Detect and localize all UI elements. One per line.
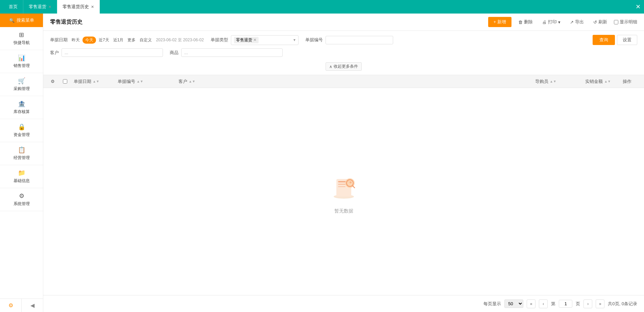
th-billno-label: 单据编号 <box>118 79 135 85</box>
goods-placeholder: ... <box>184 50 188 55</box>
sidebar-item-basic-info[interactable]: 📁 基础信息 <box>0 165 43 188</box>
settings-button[interactable]: 设置 <box>617 35 637 45</box>
bill-type-filter: 单据类型 零售退货 ✕ ▾ <box>211 35 299 45</box>
first-page-button[interactable]: « <box>527 299 535 308</box>
export-button[interactable]: ↗ 导出 <box>567 18 587 26</box>
goods-filter: 商品 ... <box>170 48 283 57</box>
toolbar: + 新增 🗑 删除 🖨 打印 ▾ ↗ 导出 ↺ 刷新 <box>488 17 637 27</box>
next-page-button[interactable]: › <box>583 299 592 308</box>
goods-input[interactable]: ... <box>181 48 283 57</box>
th-customer[interactable]: 客户 ▲▼ <box>176 79 532 85</box>
print-icon: 🖨 <box>542 20 547 25</box>
sidebar-search-btn[interactable]: 🔍 搜索菜单 <box>0 14 43 27</box>
query-button[interactable]: 查询 <box>593 35 615 45</box>
finance-icon: 🔒 <box>18 123 25 131</box>
sidebar: 🔍 搜索菜单 ⊞ 快捷导航 📊 销售管理 🛒 采购管理 🏦 库存核算 🔒 资金管… <box>0 14 43 312</box>
tab-home[interactable]: 首页 <box>3 0 23 14</box>
sidebar-search-label: 搜索菜单 <box>17 17 34 23</box>
th-customer-sort-icon: ▲▼ <box>189 80 195 83</box>
date-shortcut-1month[interactable]: 近1月 <box>112 37 125 44</box>
delete-button[interactable]: 🗑 删除 <box>516 18 535 26</box>
action-buttons: 查询 设置 <box>593 35 637 45</box>
bill-no-input[interactable] <box>326 36 393 44</box>
sidebar-item-quick-nav[interactable]: ⊞ 快捷导航 <box>0 27 43 50</box>
date-shortcut-custom[interactable]: 自定义 <box>138 37 153 44</box>
tab-retail-return[interactable]: 零售退货 ✕ <box>23 0 57 14</box>
th-settings[interactable]: ⚙ <box>47 79 59 84</box>
date-shortcut-today[interactable]: 今天 <box>82 37 96 44</box>
tab-retail-return-close[interactable]: ✕ <box>48 5 51 9</box>
customer-placeholder: ... <box>65 50 68 55</box>
delete-icon: 🗑 <box>518 20 523 25</box>
date-shortcut-more[interactable]: 更多 <box>126 37 137 44</box>
collapse-row: ∧ 收起更多条件 <box>50 60 637 71</box>
window-close-button[interactable]: ✕ <box>636 3 641 10</box>
check-all-input[interactable] <box>63 79 67 84</box>
prev-page-button[interactable]: ‹ <box>539 299 548 308</box>
show-detail-checkbox[interactable]: 显示明细 <box>614 19 637 25</box>
purchase-icon: 🛒 <box>18 77 25 85</box>
date-range-display: 2023-06-02 至 2023-06-02 <box>156 37 204 43</box>
page-unit: 页 <box>576 301 580 307</box>
date-shortcut-yesterday[interactable]: 昨天 <box>70 37 81 44</box>
sidebar-item-system-mgmt[interactable]: ⚙ 系统管理 <box>0 188 43 211</box>
quick-nav-icon: ⊞ <box>19 31 24 39</box>
operations-icon: 📋 <box>18 146 25 154</box>
sidebar-item-basic-info-label: 基础信息 <box>14 178 30 184</box>
bill-type-select[interactable]: 零售退货 ✕ ▾ <box>231 35 299 45</box>
filter-row-1: 单据日期 昨天 今天 近7天 近1月 更多 自定义 2023-06-02 至 2… <box>50 35 637 45</box>
show-detail-input[interactable] <box>614 20 618 24</box>
sidebar-settings-btn[interactable]: ⚙ <box>0 299 22 312</box>
th-amount[interactable]: 实销金额 ▲▼ <box>573 79 614 85</box>
tab-retail-return-label: 零售退货 <box>29 4 46 10</box>
sidebar-item-operations[interactable]: 📋 经营管理 <box>0 142 43 165</box>
th-date[interactable]: 单据日期 ▲▼ <box>71 79 115 85</box>
sidebar-item-purchase-mgmt[interactable]: 🛒 采购管理 <box>0 73 43 96</box>
goods-label: 商品 <box>170 50 178 56</box>
svg-point-8 <box>350 181 352 183</box>
bill-type-label: 单据类型 <box>211 37 228 43</box>
sidebar-bottom: ⚙ ◀ <box>0 298 43 312</box>
th-customer-label: 客户 <box>178 79 187 85</box>
bill-type-remove-icon[interactable]: ✕ <box>253 38 257 42</box>
system-mgmt-icon: ⚙ <box>19 192 24 200</box>
page-input[interactable] <box>559 300 572 308</box>
th-guide-sort-icon: ▲▼ <box>550 80 556 83</box>
th-amount-sort-icon: ▲▼ <box>604 80 611 83</box>
sidebar-audio-btn[interactable]: ◀ <box>22 299 43 312</box>
th-check[interactable] <box>59 79 71 84</box>
th-billno[interactable]: 单据编号 ▲▼ <box>115 79 176 85</box>
date-shortcut-7days[interactable]: 近7天 <box>97 37 111 44</box>
show-detail-label: 显示明细 <box>620 19 637 25</box>
export-icon: ↗ <box>570 20 574 25</box>
collapse-button[interactable]: ∧ 收起更多条件 <box>326 62 362 71</box>
th-guide[interactable]: 导购员 ▲▼ <box>532 79 573 85</box>
date-shortcuts: 昨天 今天 近7天 近1月 更多 自定义 <box>70 37 153 44</box>
sidebar-item-inventory-label: 库存核算 <box>14 109 30 115</box>
filter-area: 单据日期 昨天 今天 近7天 近1月 更多 自定义 2023-06-02 至 2… <box>43 31 644 75</box>
date-filter: 单据日期 昨天 今天 近7天 近1月 更多 自定义 2023-06-02 至 2… <box>50 37 204 44</box>
sidebar-item-inventory[interactable]: 🏦 库存核算 <box>0 96 43 119</box>
th-guide-label: 导购员 <box>535 79 548 85</box>
sidebar-item-finance[interactable]: 🔒 资金管理 <box>0 119 43 142</box>
last-page-button[interactable]: » <box>596 299 604 308</box>
empty-state: 暂无数据 <box>43 88 644 295</box>
per-page-label: 每页显示 <box>483 301 501 307</box>
customer-input[interactable]: ... <box>62 48 163 57</box>
sidebar-item-sales-mgmt[interactable]: 📊 销售管理 <box>0 50 43 73</box>
bill-type-tag: 零售退货 ✕ <box>234 37 259 43</box>
refresh-label: 刷新 <box>598 19 607 25</box>
tab-retail-return-history[interactable]: 零售退货历史 ✕ <box>57 0 100 14</box>
tab-retail-return-history-close[interactable]: ✕ <box>91 5 94 9</box>
bill-type-value: 零售退货 <box>236 37 252 43</box>
page-title: 零售退货历史 <box>50 19 488 26</box>
print-button[interactable]: 🖨 打印 ▾ <box>540 18 563 26</box>
basic-info-icon: 📁 <box>18 169 25 177</box>
search-icon: 🔍 <box>9 18 15 23</box>
refresh-button[interactable]: ↺ 刷新 <box>591 18 610 26</box>
per-page-select[interactable]: 50 20 100 <box>504 299 523 308</box>
new-button[interactable]: + 新增 <box>488 17 511 27</box>
th-date-label: 单据日期 <box>74 79 91 85</box>
collapse-icon: ∧ <box>329 64 332 69</box>
sidebar-item-operations-label: 经营管理 <box>14 155 30 161</box>
